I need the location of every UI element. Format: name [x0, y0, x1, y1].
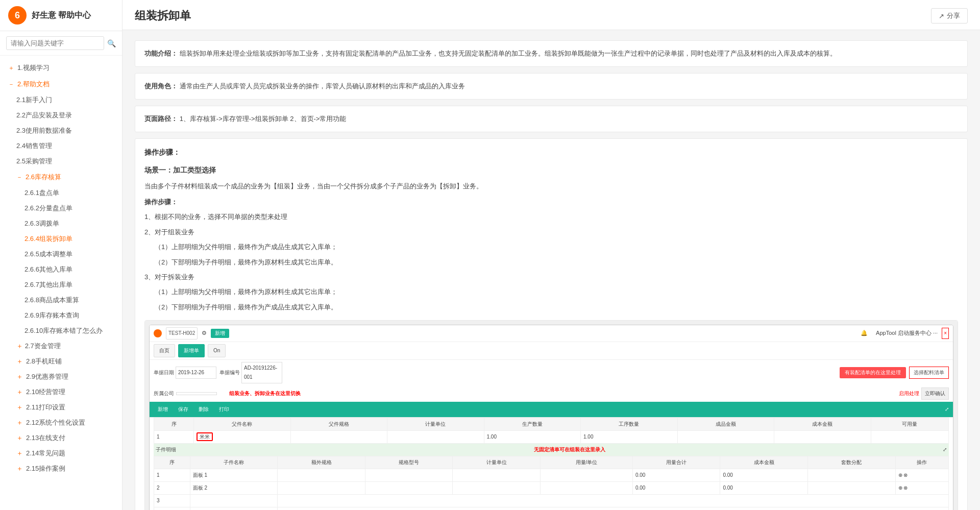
mock-section-tab4[interactable]: 打印: [215, 404, 233, 415]
th2-seq: 序: [154, 456, 190, 469]
table-row-2-3: 3: [154, 495, 949, 507]
mock-select-list-btn[interactable]: 选择配料清单: [909, 367, 949, 379]
mock-tabs: 自页 新增单 On: [150, 342, 953, 360]
td-spec: [290, 431, 387, 444]
sidebar-child-ledgererr[interactable]: 2.6.10库存账本错了怎么办: [0, 323, 122, 338]
mock-company-select[interactable]: TEST-H002: [166, 327, 198, 339]
td2-extra2: [278, 482, 365, 495]
sidebar-child-pay[interactable]: ＋ 2.13在线支付: [0, 430, 122, 446]
sidebar-item-video[interactable]: ＋ 1.视频学习: [0, 60, 122, 76]
search-input[interactable]: [6, 36, 104, 50]
sidebar-child-finance[interactable]: ＋ 2.7资金管理: [0, 338, 122, 354]
sidebar-child-ops[interactable]: ＋ 2.10经营管理: [0, 384, 122, 400]
mock-table-child: 序 子件名称 额外规格 规格型号 计量单位 用量/单位 用量合计 成本金额: [154, 456, 949, 510]
sidebar-child-custom[interactable]: ＋ 2.12系统个性化设置: [0, 415, 122, 430]
mock-tab-new[interactable]: 新增单: [178, 344, 205, 357]
mock-tab-on[interactable]: On: [208, 344, 226, 357]
mock-confirm-btn[interactable]: 立即确认: [921, 387, 949, 400]
mock-close-icon[interactable]: ×: [942, 328, 949, 339]
search-button[interactable]: 🔍: [107, 39, 116, 47]
sidebar-child-print[interactable]: ＋ 2.11打印设置: [0, 400, 122, 415]
td2-total2: 0.00: [632, 482, 720, 495]
mock-table1-head: 序 父件名称 父件规格 计量单位 生产数量 工序数量 成品金额 成本金额: [154, 418, 949, 431]
sidebar-child-assembly[interactable]: 2.6.4组装拆卸单: [0, 231, 122, 247]
mock-section-tab2[interactable]: 保存: [174, 404, 192, 415]
th-cost-amount: 成本金额: [774, 418, 871, 431]
mock-table2-wrapper: 子件明细 无固定清单可在组装在这里录入 ⤢ 序 子件名称: [154, 444, 949, 510]
td2-del-btn[interactable]: ⊗: [903, 472, 908, 478]
mock-topbar-extra: AppTool 启动服务中心 ···: [876, 328, 938, 338]
mock-annotation-btn1: 有装配清单的在这里处理: [840, 367, 906, 378]
ops-steps-subtitle: 操作步骤：: [144, 196, 958, 208]
sidebar-child-cases[interactable]: ＋ 2.15操作案例: [0, 461, 122, 476]
sidebar-child-costadj[interactable]: 2.6.5成本调整单: [0, 247, 122, 262]
td2-del-btn2[interactable]: ⊗: [903, 485, 908, 491]
main-header: 组装拆卸单 ↗ 分享: [122, 0, 980, 30]
td2-spec: [365, 469, 453, 482]
mock-add-btn[interactable]: 新增: [211, 329, 229, 338]
th-process: 工序数量: [581, 418, 678, 431]
th2-name: 子件名称: [190, 456, 278, 469]
mock-icon-expand[interactable]: ⤢: [945, 405, 949, 414]
th-name: 父件名称: [194, 418, 291, 431]
sidebar-item-inventory[interactable]: － 2.6库存核算: [0, 169, 122, 185]
step2: 2、对于组装业务: [144, 226, 958, 238]
sidebar-child-ledger[interactable]: 2.6.9库存账本查询: [0, 308, 122, 323]
sidebar-child-install[interactable]: 2.2产品安装及登录: [0, 108, 122, 123]
nav-tree: ＋ 1.视频学习 － 2.帮助文档 2.1新手入门 2.2产品安装及登录 2.3…: [0, 56, 122, 510]
th2-unit: 计量单位: [453, 456, 541, 469]
sidebar-child-data[interactable]: 2.3使用前数据准备: [0, 123, 122, 138]
sidebar-child-otherin[interactable]: 2.6.6其他入库单: [0, 262, 122, 277]
mock-annotation4-label: 启用处理: [899, 389, 919, 398]
th2-spec: 规格型号: [365, 456, 453, 469]
sidebar-child-sales[interactable]: 2.4销售管理: [0, 138, 122, 154]
mock-table-parent: 序 父件名称 父件规格 计量单位 生产数量 工序数量 成品金额 成本金额: [154, 418, 949, 444]
th2-unit3: 用量合计: [632, 456, 720, 469]
mock-table2-head: 序 子件名称 额外规格 规格型号 计量单位 用量/单位 用量合计 成本金额: [154, 456, 949, 469]
th-product-amount: 成品金额: [677, 418, 774, 431]
mock-item-name[interactable]: 米米: [197, 432, 213, 441]
mock-form-area: 单据日期 2019-12-26 单据编号 AD-20191226-001 有装配…: [150, 360, 953, 510]
intro-text: 组装拆卸单用来处理企业组装或拆卸等加工业务，支持有固定装配清单的产品加工业务，也…: [180, 50, 837, 57]
logo-icon: 6: [8, 6, 27, 25]
td2-seq2: 2: [154, 482, 190, 495]
share-button[interactable]: ↗ 分享: [931, 8, 968, 23]
mock-table1-body: 1 米米 1.00 1.00: [154, 431, 949, 444]
sidebar-child-costcalc[interactable]: 2.6.8商品成本重算: [0, 293, 122, 308]
screenshot-wrapper: TEST-H002 ⚙ 新增 🔔 AppTool 启动服务中心 ··· × 自页…: [144, 320, 958, 510]
mock-company-input[interactable]: [176, 392, 217, 395]
sidebar-child-partstock[interactable]: 2.6.2分量盘点单: [0, 201, 122, 216]
td-produce: 1.00: [484, 431, 581, 444]
sidebar-item-inventory-label: 2.6库存核算: [26, 173, 61, 182]
minus-icon: －: [8, 80, 14, 89]
sidebar-child-purchase[interactable]: 2.5采购管理: [0, 154, 122, 169]
td2-name3: [190, 495, 278, 507]
sidebar-child-faq[interactable]: ＋ 2.14常见问题: [0, 446, 122, 461]
mock-date-input[interactable]: 2019-12-26: [176, 367, 216, 379]
td2-seq: 1: [154, 469, 190, 482]
mock-tab-home[interactable]: 自页: [154, 344, 175, 357]
mock-section-tab3[interactable]: 删除: [194, 404, 213, 415]
mock-expand-icon2[interactable]: ⤢: [943, 445, 947, 454]
page-title: 组装拆卸单: [135, 8, 191, 23]
logo-text: 好生意 帮助中心: [32, 10, 91, 21]
sidebar-child-stocktake[interactable]: 2.6.1盘点单: [0, 185, 122, 201]
mock-notification-icon: 🔔: [861, 328, 868, 338]
td2-copy-btn2[interactable]: ⊕: [898, 485, 902, 491]
mock-section-tab-active[interactable]: 新增: [154, 404, 172, 415]
mock-logo-icon: [154, 329, 162, 337]
sidebar-child-coupon[interactable]: ＋ 2.9优惠券管理: [0, 369, 122, 384]
sidebar-child-newbie[interactable]: 2.1新手入门: [0, 92, 122, 108]
td2-unit-2: [453, 482, 541, 495]
sidebar-child-otherout[interactable]: 2.6.7其他出库单: [0, 277, 122, 293]
sidebar-child-adjust[interactable]: 2.6.3调拨单: [0, 216, 122, 231]
mock-billno-input[interactable]: AD-20191226-001: [241, 362, 282, 383]
minus-icon-inventory: －: [16, 173, 22, 182]
td2-ops-btns: ⊕ ⊗: [895, 469, 948, 482]
sidebar-child-mobile[interactable]: ＋ 2.8手机旺铺: [0, 354, 122, 369]
th-seq: 序: [154, 418, 194, 431]
td2-copy-btn[interactable]: ⊕: [898, 472, 902, 478]
td2-empty4: [278, 507, 949, 510]
scenario1-title: 场景一：加工类型选择: [144, 164, 958, 177]
sidebar-item-docs[interactable]: － 2.帮助文档: [0, 76, 122, 92]
